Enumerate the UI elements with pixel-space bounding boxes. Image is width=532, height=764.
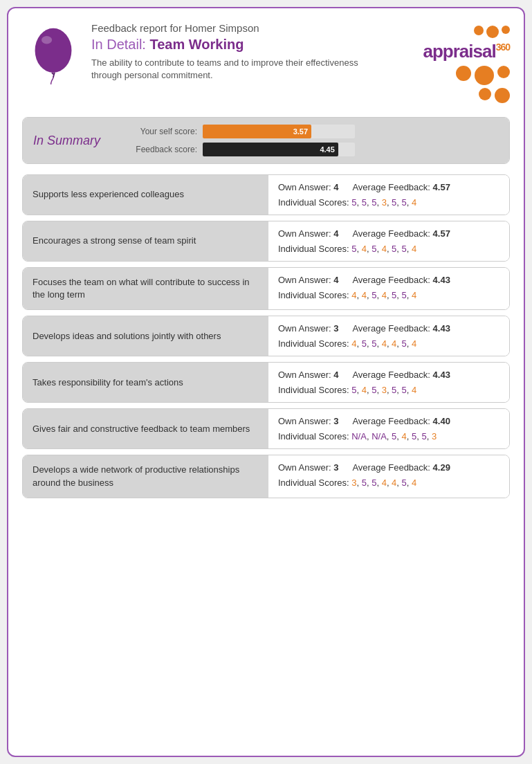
feedback-score-bar: 4.45 [203, 143, 338, 156]
individual-scores: Individual Scores: 5, 4, 5, 4, 5, 5, 4 [278, 244, 499, 254]
row-data-area: Own Answer: 4 Average Feedback: 4.43 Ind… [268, 268, 509, 309]
summary-section: In Summary Your self score: 3.57 Feedbac… [22, 117, 510, 164]
score-value: N/A [372, 431, 387, 442]
row-label-area: Develops a wide network of productive re… [23, 455, 268, 497]
avg-feedback: Average Feedback: 4.43 [352, 323, 450, 336]
logo-circle-4 [456, 66, 471, 81]
score-value: 4 [412, 197, 416, 208]
score-value: 5 [362, 338, 367, 349]
feedback-score-bar-container: 4.45 [203, 143, 355, 156]
score-value: 5 [402, 197, 407, 208]
score-value: 5 [351, 197, 356, 208]
balloon-area [22, 26, 84, 84]
logo-circle-7 [479, 88, 491, 100]
own-answer: Own Answer: 4 [278, 275, 338, 285]
logo-circle-3 [502, 26, 510, 34]
score-value: 4 [382, 338, 387, 349]
row-item: Supports less experienced colleagues Own… [22, 174, 510, 215]
score-value: 5 [392, 197, 396, 208]
row-data-area: Own Answer: 4 Average Feedback: 4.43 Ind… [268, 363, 509, 402]
own-answer-line: Own Answer: 3 Average Feedback: 4.43 [278, 323, 499, 336]
logo-text: appraisal360 [423, 41, 510, 62]
score-value: 5 [402, 478, 407, 488]
score-value: 4 [362, 385, 367, 395]
row-item: Focuses the team on what will contribute… [22, 267, 510, 310]
own-answer-line: Own Answer: 4 Average Feedback: 4.43 [278, 370, 499, 383]
feedback-score-row: Feedback score: 4.45 [121, 143, 499, 156]
score-value: 5 [402, 244, 407, 254]
row-data-area: Own Answer: 3 Average Feedback: 4.29 Ind… [268, 455, 509, 497]
detail-heading: In Detail: Team Working [91, 37, 385, 53]
score-value: 5 [392, 385, 396, 395]
logo-circle-8 [495, 88, 510, 103]
row-label-area: Takes responsibility for team's actions [23, 363, 268, 402]
individual-scores: Individual Scores: 5, 5, 5, 3, 5, 5, 4 [278, 197, 499, 208]
avg-feedback: Average Feedback: 4.29 [352, 462, 450, 475]
own-answer: Own Answer: 4 [278, 228, 338, 239]
page-container: Feedback report for Homer Simpson In Det… [7, 7, 525, 757]
avg-feedback: Average Feedback: 4.43 [352, 370, 450, 383]
individual-scores: Individual Scores: 3, 5, 5, 4, 4, 5, 4 [278, 478, 499, 488]
self-score-label: Your self score: [121, 127, 197, 136]
score-value: 4 [412, 244, 416, 254]
row-label: Develops a wide network of productive re… [33, 464, 259, 489]
row-data-area: Own Answer: 4 Average Feedback: 4.57 Ind… [268, 221, 509, 261]
row-label-area: Develops ideas and solutions jointly wit… [23, 316, 268, 356]
logo-superscript: 360 [496, 42, 510, 53]
score-value: 5 [392, 431, 396, 442]
row-item: Encourages a strong sense of team spirit… [22, 221, 510, 262]
avg-feedback: Average Feedback: 4.57 [352, 228, 450, 242]
own-answer: Own Answer: 4 [278, 370, 338, 380]
svg-point-1 [42, 36, 52, 44]
own-answer-line: Own Answer: 4 Average Feedback: 4.43 [278, 275, 499, 288]
score-value: 4 [392, 338, 396, 349]
score-value: 4 [402, 431, 407, 442]
self-score-bar: 3.57 [203, 125, 311, 138]
individual-scores: Individual Scores: 5, 4, 5, 3, 5, 5, 4 [278, 385, 499, 395]
score-value: 5 [402, 338, 407, 349]
score-value: 5 [372, 290, 376, 300]
own-answer-line: Own Answer: 3 Average Feedback: 4.29 [278, 462, 499, 475]
score-value: 5 [421, 431, 426, 442]
row-label-area: Gives fair and constructive feedback to … [23, 409, 268, 448]
score-value: N/A [351, 431, 367, 442]
detail-topic: Team Working [150, 37, 244, 52]
row-item: Gives fair and constructive feedback to … [22, 408, 510, 449]
score-value: 4 [382, 290, 387, 300]
score-value: 4 [382, 478, 387, 488]
score-value: 4 [382, 244, 387, 254]
own-answer-line: Own Answer: 3 Average Feedback: 4.40 [278, 416, 499, 429]
header: Feedback report for Homer Simpson In Det… [22, 22, 510, 103]
score-value: 4 [351, 338, 356, 349]
row-label: Develops ideas and solutions jointly wit… [33, 330, 221, 343]
own-answer-line: Own Answer: 4 Average Feedback: 4.57 [278, 182, 499, 195]
self-score-value: 3.57 [293, 127, 308, 136]
own-answer: Own Answer: 4 [278, 182, 338, 192]
row-label: Focuses the team on what will contribute… [33, 276, 259, 301]
individual-scores: Individual Scores: 4, 5, 5, 4, 4, 5, 4 [278, 338, 499, 349]
row-data-area: Own Answer: 3 Average Feedback: 4.43 Ind… [268, 316, 509, 356]
score-value: 5 [412, 431, 416, 442]
summary-scores: Your self score: 3.57 Feedback score: 4.… [100, 125, 499, 156]
logo-circle-5 [475, 66, 494, 85]
score-value: 3 [432, 431, 437, 442]
svg-point-0 [35, 28, 72, 73]
score-value: 5 [351, 244, 356, 254]
row-data-area: Own Answer: 3 Average Feedback: 4.40 Ind… [268, 409, 509, 448]
avg-feedback: Average Feedback: 4.57 [352, 182, 450, 195]
logo-circle-1 [474, 26, 484, 35]
own-answer: Own Answer: 3 [278, 323, 338, 334]
score-value: 5 [372, 385, 376, 395]
self-score-bar-container: 3.57 [203, 125, 355, 138]
individual-scores: Individual Scores: N/A, N/A, 5, 4, 5, 5,… [278, 431, 499, 442]
score-value: 5 [372, 338, 376, 349]
score-value: 4 [351, 290, 356, 300]
row-label: Takes responsibility for team's actions [33, 376, 183, 389]
row-label-area: Encourages a strong sense of team spirit [23, 221, 268, 261]
row-item: Develops a wide network of productive re… [22, 455, 510, 498]
score-value: 5 [392, 244, 396, 254]
score-value: 4 [412, 290, 416, 300]
own-answer-line: Own Answer: 4 Average Feedback: 4.57 [278, 228, 499, 242]
balloon-icon [29, 26, 77, 84]
score-value: 5 [372, 478, 376, 488]
